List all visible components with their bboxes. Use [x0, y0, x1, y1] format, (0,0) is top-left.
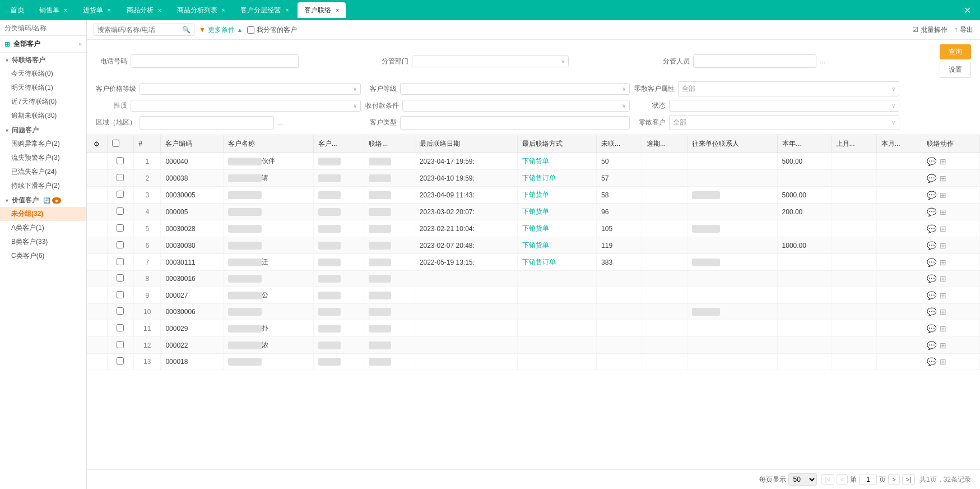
row-checkbox[interactable] — [117, 207, 124, 215]
prev-page-button[interactable]: < — [837, 474, 848, 485]
settings-column-header[interactable]: ⚙ — [87, 135, 107, 153]
checkbox-cell[interactable] — [107, 354, 134, 370]
contact-method-link[interactable]: 下销货单 — [522, 191, 549, 199]
first-page-button[interactable]: |< — [821, 474, 834, 485]
sidebar-item-abnormal[interactable]: 囤购异常客户(2) — [0, 137, 86, 151]
chat-icon[interactable]: 💬 — [927, 258, 936, 267]
page-number-input[interactable] — [859, 474, 877, 485]
batch-op-button[interactable]: ☑ 批量操作 — [912, 25, 948, 35]
grid-action-icon[interactable]: ⊞ — [940, 341, 946, 350]
filter-customer-level-select[interactable]: ∨ — [400, 83, 630, 95]
checkbox-cell[interactable] — [107, 220, 134, 237]
row-checkbox[interactable] — [117, 274, 124, 282]
tab-purchase-order[interactable]: 进货单 × — [76, 2, 118, 18]
row-checkbox[interactable] — [117, 324, 124, 331]
window-close-button[interactable]: ✕ — [959, 5, 976, 16]
tab-customer-contact[interactable]: 客户联络 × — [298, 2, 346, 18]
checkbox-cell[interactable] — [107, 287, 134, 304]
tab-sales-order[interactable]: 销售单 × — [32, 2, 74, 18]
filter-dept-select[interactable]: ∨ — [412, 56, 569, 67]
chat-icon[interactable]: 💬 — [927, 191, 936, 200]
grid-action-icon[interactable]: ⊞ — [940, 241, 946, 250]
collapse-icon[interactable]: « — [78, 41, 82, 47]
filter-retail-customer-select[interactable]: 全部 ∨ — [669, 115, 899, 130]
chat-icon[interactable]: 💬 — [927, 241, 936, 250]
chat-icon[interactable]: 💬 — [927, 157, 936, 166]
sidebar-item-class-b[interactable]: B类客户(33) — [0, 235, 86, 249]
export-button[interactable]: ↑ 导出 — [954, 25, 973, 35]
checkbox-column-header[interactable] — [107, 135, 134, 153]
checkbox-cell[interactable] — [107, 320, 134, 337]
filter-region-input[interactable] — [140, 116, 274, 130]
chat-icon[interactable]: 💬 — [927, 341, 936, 350]
filter-phone-input[interactable] — [131, 54, 299, 68]
grid-action-icon[interactable]: ⊞ — [940, 174, 946, 183]
contact-method-link[interactable]: 下销货单 — [522, 207, 549, 215]
close-sales-order-icon[interactable]: × — [64, 7, 67, 13]
filter-payment-terms-select[interactable]: ∨ — [402, 100, 630, 112]
row-checkbox[interactable] — [117, 174, 124, 181]
code-column-header[interactable]: 客户编码 — [161, 135, 224, 153]
tab-product-analysis-list[interactable]: 商品分析列表 × — [170, 2, 232, 18]
sidebar-item-loss-warning[interactable]: 流失预警客户(3) — [0, 151, 86, 165]
chat-icon[interactable]: 💬 — [927, 324, 936, 333]
grid-action-icon[interactable]: ⊞ — [940, 258, 946, 267]
my-customer-filter[interactable]: 我分管的客户 — [247, 25, 297, 35]
row-checkbox[interactable] — [117, 241, 124, 248]
grid-action-icon[interactable]: ⊞ — [940, 191, 946, 200]
checkbox-cell[interactable] — [107, 304, 134, 320]
filter-status-select[interactable]: ∨ — [669, 100, 899, 112]
contact-method-link[interactable]: 下销货单 — [522, 241, 549, 249]
type-column-header[interactable]: 客户... — [313, 135, 364, 153]
reset-button[interactable]: 设置 — [940, 62, 971, 78]
last-page-button[interactable]: >| — [902, 474, 915, 485]
checkbox-cell[interactable] — [107, 204, 134, 220]
sidebar-item-class-c[interactable]: C类客户(6) — [0, 249, 86, 263]
grid-action-icon[interactable]: ⊞ — [940, 274, 946, 283]
tab-product-analysis[interactable]: 商品分析 × — [120, 2, 168, 18]
this-year-header[interactable]: 本年... — [777, 135, 831, 153]
chat-icon[interactable]: 💬 — [927, 274, 936, 283]
sidebar-item-tomorrow-pending[interactable]: 明天待联络(1) — [0, 81, 86, 95]
row-checkbox[interactable] — [117, 157, 124, 164]
contact-method-link[interactable]: 下销售订单 — [522, 258, 556, 266]
name-column-header[interactable]: 客户名称 — [224, 135, 313, 153]
next-page-button[interactable]: > — [888, 474, 899, 485]
unit-contact-header[interactable]: 往来单位联系人 — [688, 135, 777, 153]
last-contact-method-header[interactable]: 最后联络方式 — [517, 135, 596, 153]
row-checkbox[interactable] — [117, 224, 124, 232]
my-customer-checkbox[interactable] — [247, 26, 254, 34]
chat-icon[interactable]: 💬 — [927, 291, 936, 300]
filter-nature-select[interactable]: ∨ — [131, 100, 361, 112]
grid-action-icon[interactable]: ⊞ — [940, 157, 946, 166]
problem-group-label[interactable]: ▼ 问题客户 — [0, 123, 86, 137]
contact-method-link[interactable]: 下销售订单 — [522, 174, 556, 182]
checkbox-cell[interactable] — [107, 337, 134, 354]
chat-icon[interactable]: 💬 — [927, 224, 936, 233]
this-month-header[interactable]: 本月... — [876, 135, 922, 153]
row-checkbox[interactable] — [117, 291, 124, 298]
sidebar-item-class-a[interactable]: A类客户(1) — [0, 221, 86, 235]
dots-icon[interactable]: ... — [820, 57, 825, 65]
more-conditions-button[interactable]: ▼ 更多条件 ▲ — [199, 25, 243, 35]
close-contact-icon[interactable]: × — [336, 7, 339, 13]
last-contact-date-header[interactable]: 最后联络日期 — [415, 135, 517, 153]
chat-icon[interactable]: 💬 — [927, 357, 936, 366]
grid-action-icon[interactable]: ⊞ — [940, 307, 946, 316]
query-button[interactable]: 查询 — [940, 44, 971, 59]
refresh-icon[interactable]: 🔄 — [43, 197, 50, 204]
checkbox-cell[interactable] — [107, 187, 134, 204]
no-contact-header[interactable]: 未联... — [597, 135, 642, 153]
filter-search-input[interactable] — [97, 26, 180, 34]
contact-method-link[interactable]: 下销货单 — [522, 157, 549, 165]
filter-price-level-select[interactable]: ∨ — [140, 83, 361, 95]
sidebar-item-today-pending[interactable]: 今天待联络(0) — [0, 67, 86, 81]
close-segment-icon[interactable]: × — [285, 7, 289, 13]
sidebar-item-week-pending[interactable]: 近7天待联络(0) — [0, 95, 86, 109]
contact-method-link[interactable]: 下销货单 — [522, 224, 549, 232]
sidebar-search-input[interactable] — [4, 24, 87, 32]
select-all-checkbox[interactable] — [112, 140, 119, 147]
sidebar-item-lost[interactable]: 已流失客户(24) — [0, 165, 86, 179]
row-checkbox[interactable] — [117, 258, 124, 265]
filter-retail-attr-select[interactable]: 全部 ∨ — [678, 81, 899, 96]
